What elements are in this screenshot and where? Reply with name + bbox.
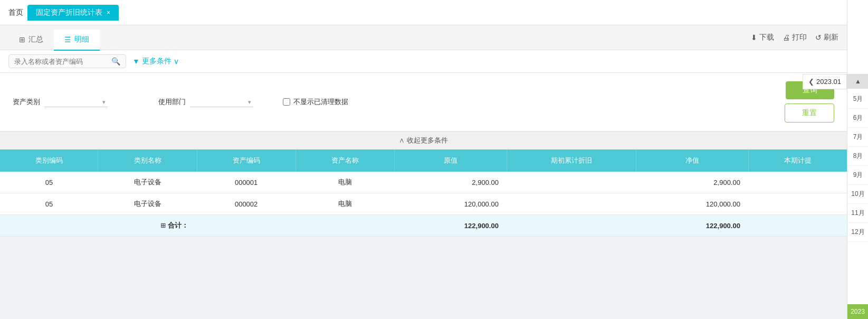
tab-summary[interactable]: ⊞ 汇总 <box>8 30 54 51</box>
more-conditions-toggle[interactable]: ▼ 更多条件 ∨ <box>132 57 179 66</box>
search-bar: 🔍 ▼ 更多条件 ∨ <box>0 50 847 73</box>
asset-category-label: 资产类别 <box>13 97 40 107</box>
table-cell: 05 <box>0 172 98 193</box>
table-body: 05电子设备000001电脑2,900.002,900.0005电子设备0000… <box>0 172 847 237</box>
download-icon: ⬇ <box>751 33 757 42</box>
date-value: 2023.01 <box>816 78 841 86</box>
more-conditions-label: 更多条件 <box>142 57 171 66</box>
table-cell: 2,900.00 <box>394 172 507 193</box>
sidebar-month-item[interactable]: 11月 <box>847 204 868 223</box>
search-icon: 🔍 <box>111 57 120 65</box>
filter-row-1: 资产类别 使用部门 不显示已清理数据 <box>13 81 834 123</box>
department-select-wrap <box>190 97 253 107</box>
sidebar-month-item[interactable]: 8月 <box>847 147 868 166</box>
print-button[interactable]: 🖨 打印 <box>783 33 807 42</box>
table-row: 05电子设备000002电脑120,000.00120,000.00 <box>0 193 847 215</box>
total-cell <box>507 215 636 237</box>
table-cell: 120,000.00 <box>636 193 749 215</box>
sidebar-month-item[interactable]: 6月 <box>847 109 868 128</box>
table-cell <box>749 193 847 215</box>
sidebar-month-item[interactable]: 12月 <box>847 223 868 242</box>
table-cell: 120,000.00 <box>394 193 507 215</box>
tab-close-icon[interactable]: × <box>107 9 110 16</box>
download-label: 下载 <box>759 33 774 42</box>
total-cell <box>0 215 98 237</box>
tab-title: 固定资产折旧统计表 <box>36 8 102 17</box>
collapse-bar[interactable]: ∧ 收起更多条件 <box>0 132 847 149</box>
total-row: ⊞合计：122,900.00122,900.00 <box>0 215 847 237</box>
col-current-provision: 本期计提 <box>749 149 847 172</box>
right-sidebar: ▲ 5月6月7月8月9月10月11月12月 2023 <box>847 0 868 319</box>
sidebar-month-item[interactable]: 10月 <box>847 185 868 204</box>
department-label: 使用部门 <box>158 97 186 107</box>
total-cell <box>295 215 394 237</box>
print-label: 打印 <box>792 33 807 42</box>
filter-icon: ▼ <box>132 57 140 65</box>
table-cell: 电脑 <box>295 193 394 215</box>
summary-icon: ⊞ <box>19 35 25 44</box>
toolbar: ⬇ 下载 🖨 打印 ↺ 刷新 <box>742 29 847 46</box>
total-cell: 122,900.00 <box>394 215 507 237</box>
asset-category-select[interactable] <box>44 97 108 107</box>
data-table: 类别编码 类别名称 资产编码 资产名称 原值 期初累计折旧 净值 本期计提 05… <box>0 149 847 237</box>
detail-icon: ☰ <box>64 35 71 44</box>
table-cell: 05 <box>0 193 98 215</box>
col-net-value: 净值 <box>636 149 749 172</box>
search-input-wrap: 🔍 <box>8 54 126 68</box>
col-asset-code: 资产编码 <box>197 149 295 172</box>
table-cell <box>507 172 636 193</box>
data-table-wrap: 类别编码 类别名称 资产编码 资产名称 原值 期初累计折旧 净值 本期计提 05… <box>0 149 847 237</box>
main-content: ⊞ 汇总 ☰ 明细 ⬇ 下载 🖨 打印 ↺ 刷新 <box>0 25 847 237</box>
active-tab[interactable]: 固定资产折旧统计表 × <box>27 5 119 21</box>
hide-cleared-checkbox[interactable] <box>283 98 290 106</box>
sidebar-month-item[interactable]: 9月 <box>847 166 868 185</box>
collapse-label: ∧ 收起更多条件 <box>399 136 448 144</box>
total-cell: 122,900.00 <box>636 215 749 237</box>
refresh-button[interactable]: ↺ 刷新 <box>815 33 838 42</box>
sidebar-nav-area: ▲ <box>847 74 868 91</box>
download-button[interactable]: ⬇ 下载 <box>751 33 774 42</box>
hide-cleared-label: 不显示已清理数据 <box>293 97 348 107</box>
table-cell: 2,900.00 <box>636 172 749 193</box>
summary-tab-label: 汇总 <box>28 35 43 44</box>
table-cell: 电脑 <box>295 172 394 193</box>
table-cell <box>507 193 636 215</box>
hide-cleared-wrap: 不显示已清理数据 <box>283 97 348 107</box>
table-cell: 000001 <box>197 172 295 193</box>
col-category-name: 类别名称 <box>98 149 197 172</box>
tab-detail[interactable]: ☰ 明细 <box>54 30 100 51</box>
tab-bar: ⊞ 汇总 ☰ 明细 <box>0 25 742 50</box>
print-icon: 🖨 <box>783 33 790 42</box>
col-category-code: 类别编码 <box>0 149 98 172</box>
reset-button[interactable]: 重置 <box>785 104 834 123</box>
home-tab[interactable]: 首页 <box>8 8 23 17</box>
sidebar-month-item[interactable]: 5月 <box>847 90 868 109</box>
search-input[interactable] <box>14 58 109 65</box>
sidebar-months: 5月6月7月8月9月10月11月12月 <box>847 90 868 242</box>
table-cell: 000002 <box>197 193 295 215</box>
date-nav-prev[interactable]: ❮ <box>808 78 814 86</box>
sidebar-month-item[interactable]: 7月 <box>847 128 868 147</box>
table-cell: 电子设备 <box>98 193 197 215</box>
sidebar-up-button[interactable]: ▲ <box>847 74 868 89</box>
total-cell: ⊞合计： <box>98 215 197 237</box>
filter-panel: 资产类别 使用部门 不显示已清理数据 <box>0 73 847 132</box>
total-cell <box>197 215 295 237</box>
total-cell <box>749 215 847 237</box>
asset-category-field: 资产类别 <box>13 97 108 107</box>
department-field: 使用部门 <box>158 97 253 107</box>
total-icon: ⊞ <box>160 222 166 229</box>
col-accumulated-depreciation: 期初累计折旧 <box>507 149 636 172</box>
table-cell <box>749 172 847 193</box>
col-original-value: 原值 <box>394 149 507 172</box>
refresh-label: 刷新 <box>824 33 838 42</box>
asset-category-select-wrap <box>44 97 108 107</box>
refresh-icon: ↺ <box>815 33 822 42</box>
col-asset-name: 资产名称 <box>295 149 394 172</box>
table-row: 05电子设备000001电脑2,900.002,900.00 <box>0 172 847 193</box>
chevron-down-icon: ∨ <box>174 57 179 65</box>
sidebar-year[interactable]: 2023 <box>847 304 869 319</box>
detail-tab-label: 明细 <box>74 35 89 44</box>
top-nav: 首页 固定资产折旧统计表 × ✕ <box>0 0 868 25</box>
department-select[interactable] <box>190 97 253 107</box>
